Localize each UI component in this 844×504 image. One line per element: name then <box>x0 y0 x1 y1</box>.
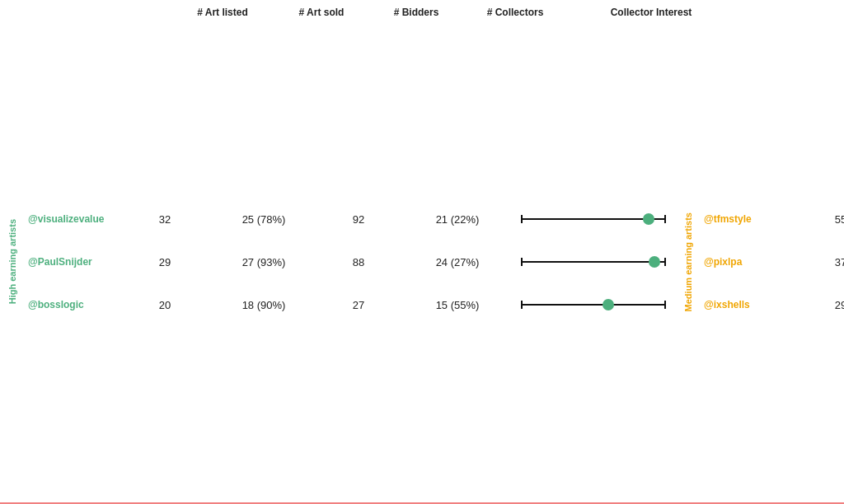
cell-bidders: 27 <box>313 299 404 311</box>
group-high: High earning artists@visualizevalue3225 … <box>0 21 676 504</box>
dot-plot <box>511 296 676 313</box>
artist-name: @pixlpa <box>701 256 791 268</box>
table-row: @PaulSnijder2927 (93%)8824 (27%) <box>25 240 676 283</box>
cell-art-sold: 27 (93%) <box>214 256 313 268</box>
header-art-listed: # Art listed <box>173 7 272 18</box>
cell-art-listed: 29 <box>115 256 214 268</box>
cell-art-sold: 25 (78%) <box>214 213 313 226</box>
cell-bidders: 88 <box>313 256 404 268</box>
table-row: @tfmstyle5530 (54%)5127 (52%) <box>701 198 844 240</box>
cell-collectors: 21 (22%) <box>404 213 511 226</box>
group-medium: Medium earning artists@tfmstyle5530 (54%… <box>676 21 844 504</box>
header-interest: Collector Interest <box>569 7 734 18</box>
header-collectors: # Collectors <box>462 7 569 18</box>
collector-interest-dot <box>649 256 660 268</box>
cell-art-sold: 18 (90%) <box>214 299 313 311</box>
table-row: @bosslogic2018 (90%)2715 (55%) <box>25 283 676 326</box>
cell-art-listed: 32 <box>115 213 214 226</box>
artist-name: @PaulSnijder <box>25 256 115 268</box>
dot-plot <box>511 211 676 227</box>
artist-name: @bosslogic <box>25 299 115 310</box>
dot-plot <box>511 254 676 270</box>
cell-art-listed: 37 <box>791 256 844 268</box>
table-row: @pixlpa3719 (51%)2217 (77%) <box>701 240 844 283</box>
artist-name: @ixshells <box>701 299 791 310</box>
collector-interest-dot <box>603 299 614 310</box>
cell-collectors: 24 (27%) <box>404 256 511 268</box>
artist-name: @visualizevalue <box>25 213 115 225</box>
cell-art-listed: 20 <box>115 299 214 311</box>
table-row: @ixshells2922 (75%)3120 (64%) <box>701 283 844 326</box>
group-label-high: High earning artists <box>7 219 17 304</box>
cell-art-listed: 55 <box>791 213 844 226</box>
table-row: @visualizevalue3225 (78%)9221 (22%) <box>25 198 676 240</box>
header-bidders: # Bidders <box>371 7 462 18</box>
header-art-sold: # Art sold <box>272 7 371 18</box>
collector-interest-dot <box>643 213 654 225</box>
artist-name: @tfmstyle <box>701 213 791 225</box>
group-label-medium: Medium earning artists <box>683 212 693 311</box>
cell-collectors: 15 (55%) <box>404 299 511 311</box>
cell-art-listed: 29 <box>791 299 844 311</box>
cell-bidders: 92 <box>313 213 404 226</box>
